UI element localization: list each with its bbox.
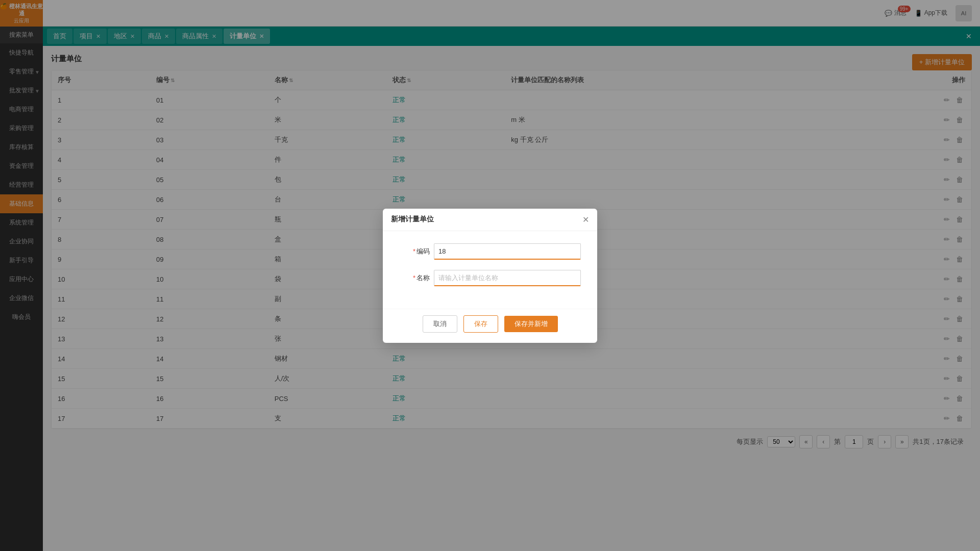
name-label: *名称 <box>399 273 430 283</box>
name-input[interactable] <box>434 270 581 286</box>
cancel-button[interactable]: 取消 <box>423 315 457 333</box>
form-row-code: *编码 <box>399 243 581 260</box>
save-button[interactable]: 保存 <box>463 315 498 333</box>
modal-header: 新增计量单位 ✕ <box>383 209 597 231</box>
modal-close-button[interactable]: ✕ <box>582 215 589 224</box>
code-input[interactable] <box>434 243 581 260</box>
modal-body: *编码 *名称 <box>383 231 597 309</box>
save-and-new-button[interactable]: 保存并新增 <box>504 316 558 332</box>
required-indicator: * <box>413 274 415 282</box>
modal-footer: 取消 保存 保存并新增 <box>383 309 597 343</box>
modal-overlay[interactable]: 新增计量单位 ✕ *编码 *名称 取消 保存 保存并新增 <box>0 0 980 551</box>
modal-title: 新增计量单位 <box>391 215 434 224</box>
add-unit-modal: 新增计量单位 ✕ *编码 *名称 取消 保存 保存并新增 <box>383 209 597 343</box>
form-row-name: *名称 <box>399 270 581 286</box>
code-label: *编码 <box>399 247 430 256</box>
required-indicator: * <box>413 247 415 255</box>
